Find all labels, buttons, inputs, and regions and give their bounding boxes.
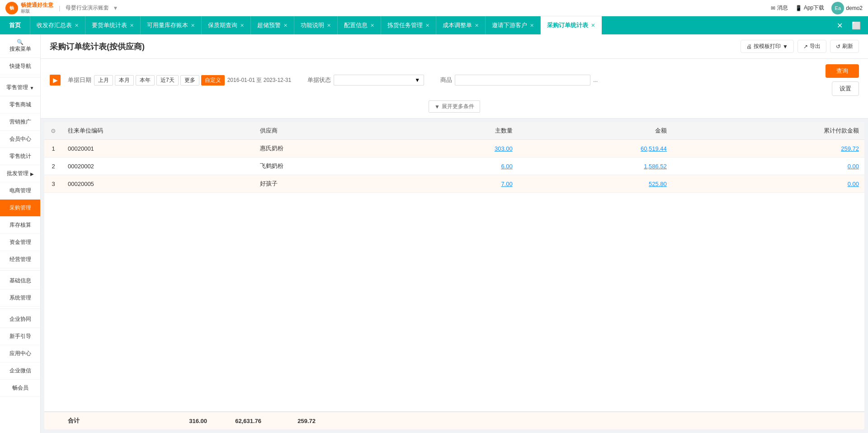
maximize-tabs-btn[interactable]: ⬜ [848,19,864,32]
user-area[interactable]: Ea demo2 [831,2,863,14]
close-tab-chengben[interactable]: ✕ [475,23,479,29]
more-options-icon[interactable]: ... [593,77,598,83]
tab-caigou[interactable]: 采购订单统计表 ✕ [541,16,602,34]
tab-kuyun[interactable]: 可用量库存账本 ✕ [141,16,202,34]
message-icon: ✉ [771,5,775,11]
table-row: 3 00020005 好孩子 7.00 525.80 0.00 [44,175,864,193]
row-quantity[interactable]: 6.00 [398,157,518,175]
tab-shoufa[interactable]: 收发存汇总表 ✕ [30,16,85,34]
expand-more-btn[interactable]: ▼ 展开更多条件 [429,100,480,113]
row-no: 3 [44,175,62,193]
row-paid[interactable]: 0.00 [672,157,864,175]
footer-quantity: 316.00 [158,418,212,424]
row-paid[interactable]: 259.72 [672,140,864,157]
table-empty-space [44,193,864,411]
sidebar-item-appcenter[interactable]: 应用中心 [0,345,40,362]
sidebar-item-enterprise[interactable]: 企业协同 [0,311,40,328]
sidebar-item-marketing[interactable]: 营销推广 [0,114,40,131]
tab-home[interactable]: 首页 [0,16,30,34]
close-tab-baozhi[interactable]: ✕ [240,23,244,29]
date-more-btn[interactable]: 更多 [180,75,199,86]
sidebar-item-wholesale[interactable]: 批发管理 [0,165,40,182]
sidebar-item-inventory[interactable]: 库存核算 [0,217,40,234]
filter-area: ▶ 单据日期 上月 本月 本年 近7天 更多 自定义 2016-01-01 至 … [41,59,868,119]
tab-peizhi[interactable]: 配置信息 ✕ [338,16,381,34]
search-icon: 🔍 [17,39,24,45]
sidebar-item-purchase[interactable]: 采购管理 [0,200,40,217]
export-icon: ↗ [803,43,808,50]
date-this-year-btn[interactable]: 本年 [136,75,155,86]
app-download-btn[interactable]: 📱 App下载 [795,4,824,12]
close-tab-chaochu[interactable]: ✕ [283,23,288,29]
filter-toggle-btn[interactable]: ▶ [50,75,61,86]
tab-baozhi[interactable]: 保质期查询 ✕ [202,16,251,34]
data-table: ⚙ 往来单位编码 供应商 主数量 金额 累计付款金额 1 00020001 惠氏… [44,122,864,193]
filter-row-2: ▼ 展开更多条件 [50,100,859,113]
logo-area: 畅 畅捷通好生意 标版 [5,2,53,14]
sidebar-item-ecommerce[interactable]: 电商管理 [0,182,40,200]
top-bar-left: 畅 畅捷通好生意 标版 | 母婴行业演示账套 ▼ [5,2,118,14]
col-amount: 金额 [518,122,672,140]
close-all-tabs-btn[interactable]: ✕ [833,19,846,32]
refresh-btn[interactable]: ↺ 刷新 [830,40,859,53]
goods-input[interactable] [455,75,590,86]
tab-chengben[interactable]: 成本调整单 ✕ [436,16,486,34]
close-tab-yaoqing[interactable]: ✕ [530,23,534,29]
sidebar-item-retail[interactable]: 零售管理 [0,79,40,96]
print-dropdown-icon: ▼ [783,43,788,50]
message-btn[interactable]: ✉ 消息 [771,4,788,12]
close-tab-paihuorenwu[interactable]: ✕ [425,23,429,29]
sidebar-item-corpwechat[interactable]: 企业微信 [0,362,40,380]
date-this-month-btn[interactable]: 本月 [115,75,134,86]
phone-icon: 📱 [795,5,802,11]
footer-amount: 62,631.76 [212,418,267,424]
sidebar-item-basic[interactable]: 基础信息 [0,272,40,290]
export-btn[interactable]: ↗ 导出 [797,40,826,53]
row-quantity[interactable]: 303.00 [398,140,518,157]
row-paid[interactable]: 0.00 [672,175,864,193]
row-amount[interactable]: 525.80 [518,175,672,193]
top-bar-right: ✉ 消息 📱 App下载 Ea demo2 [771,2,863,14]
page-header-actions: 🖨 按模板打印 ▼ ↗ 导出 ↺ 刷新 [741,40,859,53]
tab-chaochu[interactable]: 超储预警 ✕ [251,16,294,34]
sidebar-item-member[interactable]: 会员中心 [0,131,40,148]
breadcrumb-dropdown[interactable]: ▼ [113,5,118,11]
row-amount[interactable]: 60,519.44 [518,140,672,157]
sidebar-item-newguide[interactable]: 新手引导 [0,328,40,345]
sidebar-item-search[interactable]: 🔍 搜索菜单 [0,34,40,58]
row-quantity[interactable]: 7.00 [398,175,518,193]
col-supplier: 供应商 [255,122,398,140]
close-tab-kuyun[interactable]: ✕ [191,23,195,29]
row-amount[interactable]: 1,586.52 [518,157,672,175]
tab-yaoqing[interactable]: 邀请下游客户 ✕ [486,16,541,34]
filter-settings-btn[interactable]: 设置 [832,81,859,96]
sidebar-item-retailshop[interactable]: 零售商城 [0,96,40,114]
date-custom-btn[interactable]: 自定义 [201,75,225,86]
date-7days-btn[interactable]: 近7天 [156,75,179,86]
row-code: 00020002 [62,157,255,175]
sidebar-divider-3 [0,309,40,309]
settings-icon[interactable]: ⚙ [51,128,56,134]
sidebar-item-system[interactable]: 系统管理 [0,290,40,307]
status-select[interactable]: ▼ [334,75,424,86]
date-prev-month-btn[interactable]: 上月 [94,75,113,86]
avatar: Ea [831,2,844,14]
print-btn[interactable]: 🖨 按模板打印 ▼ [741,40,794,53]
close-tab-yaohuo[interactable]: ✕ [130,23,134,29]
query-btn[interactable]: 查询 [826,64,859,78]
sidebar-divider-2 [0,270,40,271]
close-tab-gongneng[interactable]: ✕ [327,23,331,29]
tab-yaohuo[interactable]: 要货单统计表 ✕ [85,16,141,34]
sidebar-item-retailstats[interactable]: 零售统计 [0,148,40,165]
sidebar-item-finance[interactable]: 资金管理 [0,234,40,251]
tab-gongneng[interactable]: 功能说明 ✕ [294,16,338,34]
sidebar-item-vip[interactable]: 畅会员 [0,380,40,397]
close-tab-peizhi[interactable]: ✕ [370,23,374,29]
close-tab-caigou[interactable]: ✕ [591,23,595,29]
nav-tab-actions: ✕ ⬜ [833,19,868,32]
chevron-down-icon [30,85,34,91]
sidebar-item-quicknav[interactable]: 快捷导航 [0,58,40,75]
tab-paihuorenwu[interactable]: 拣货任务管理 ✕ [381,16,436,34]
sidebar-item-operations[interactable]: 经营管理 [0,251,40,268]
close-tab-shoufa[interactable]: ✕ [75,23,79,29]
